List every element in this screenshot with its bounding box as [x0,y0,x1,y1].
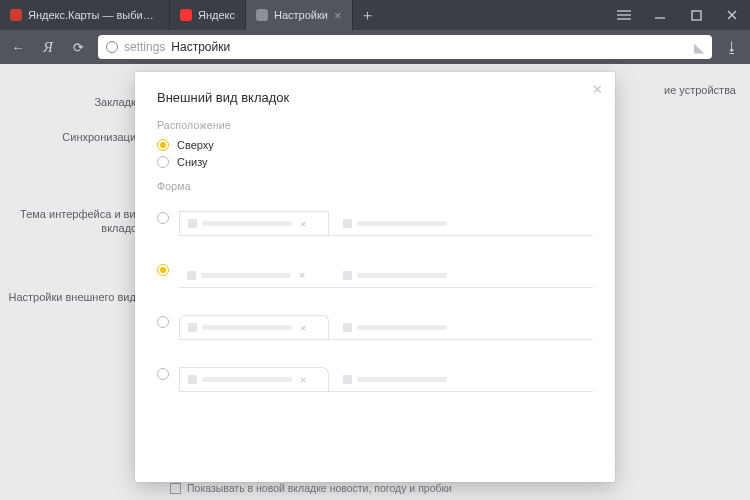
reload-button[interactable]: ⟳ [68,40,88,55]
page: Закладки Синхронизация Тема интерфейса и… [0,64,750,500]
toolbar: ← Я ⟳ settings Настройки ◣ ⭳ [0,30,750,64]
downloads-button[interactable]: ⭳ [722,39,742,55]
radio-icon [157,156,169,168]
radio-label: Снизу [177,156,208,168]
radio-icon [157,316,169,328]
tab-appearance-modal: ✕ Внешний вид вкладок Расположение Сверх… [135,72,615,482]
radio-icon [157,212,169,224]
addr-text: Настройки [171,40,230,54]
radio-position-bottom[interactable]: Снизу [157,156,593,168]
radio-position-top[interactable]: Сверху [157,139,593,151]
modal-close-button[interactable]: ✕ [592,82,603,97]
tab-settings[interactable]: Настройки × [246,0,353,30]
close-icon[interactable]: × [334,8,342,23]
radio-icon [157,264,169,276]
modal-overlay: ✕ Внешний вид вкладок Расположение Сверх… [0,64,750,500]
shape-preview: × [179,254,593,288]
minimize-icon[interactable] [642,9,678,21]
radio-shape-1[interactable]: × [157,202,593,236]
back-button[interactable]: ← [8,40,28,55]
address-bar[interactable]: settings Настройки ◣ [98,35,712,59]
radio-icon [157,368,169,380]
radio-shape-2[interactable]: × [157,254,593,288]
yandex-home-button[interactable]: Я [38,39,58,56]
tab-yandex[interactable]: Яндекс [170,0,246,30]
modal-title: Внешний вид вкладок [157,90,593,105]
tab-label: Яндекс.Карты — выбирай [28,9,159,21]
close-window-icon[interactable] [714,9,750,21]
group-shape-label: Форма [157,180,593,192]
pin-icon [10,9,22,21]
yandex-icon [180,9,192,21]
bookmark-icon[interactable]: ◣ [694,40,704,55]
tab-label: Яндекс [198,9,235,21]
menu-icon[interactable] [606,10,642,20]
radio-icon [157,139,169,151]
group-position-label: Расположение [157,119,593,131]
shape-preview: × [179,202,593,236]
maximize-icon[interactable] [678,10,714,21]
tab-maps[interactable]: Яндекс.Карты — выбирай [0,0,170,30]
shape-preview: × [179,306,593,340]
svg-rect-4 [692,11,701,20]
titlebar: Яндекс.Карты — выбирай Яндекс Настройки … [0,0,750,30]
radio-label: Сверху [177,139,214,151]
radio-shape-3[interactable]: × [157,306,593,340]
site-icon [106,41,118,53]
shape-preview: × [179,358,593,392]
window-controls [606,0,750,30]
radio-shape-4[interactable]: × [157,358,593,392]
new-tab-button[interactable]: ＋ [353,0,383,30]
gear-icon [256,9,268,21]
browser-tabs: Яндекс.Карты — выбирай Яндекс Настройки … [0,0,606,30]
tab-label: Настройки [274,9,328,21]
addr-prefix: settings [124,40,165,54]
